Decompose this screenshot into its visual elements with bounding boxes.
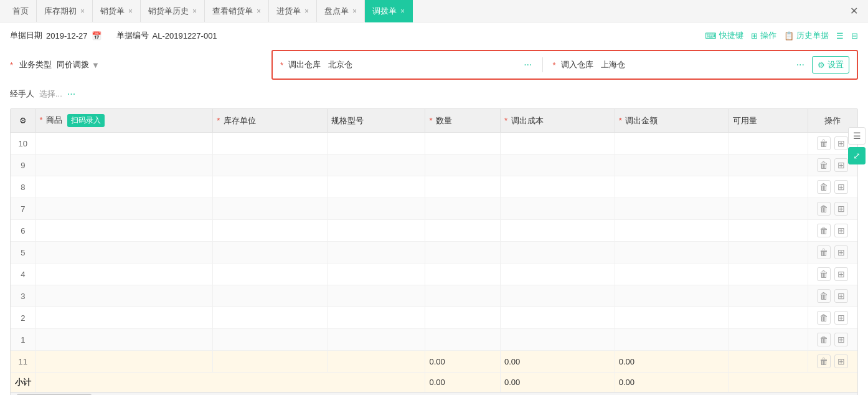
- row-7-copy-btn[interactable]: ⊞: [834, 202, 848, 216]
- row-9-cost[interactable]: [501, 155, 615, 176]
- in-warehouse-more-btn[interactable]: ···: [796, 59, 804, 70]
- row-6-amount[interactable]: [615, 220, 729, 242]
- row-5-product[interactable]: [35, 242, 213, 264]
- row-7-spec[interactable]: [327, 198, 425, 220]
- row-4-amount[interactable]: [615, 264, 729, 285]
- setting-btn[interactable]: ⚙ 设置: [812, 56, 849, 74]
- row-9-amount[interactable]: [615, 155, 729, 176]
- row-2-copy-btn[interactable]: ⊞: [834, 311, 848, 325]
- row-8-unit[interactable]: [213, 176, 328, 198]
- row-8-available[interactable]: [729, 176, 808, 198]
- row-5-delete-btn[interactable]: 🗑: [817, 245, 831, 259]
- row-10-spec[interactable]: [327, 133, 425, 155]
- row-3-product[interactable]: [35, 285, 213, 307]
- row-1-amount[interactable]: [615, 329, 729, 351]
- row-5-qty[interactable]: [425, 242, 501, 264]
- row-8-qty[interactable]: [425, 176, 501, 198]
- row-4-cost[interactable]: [501, 264, 615, 285]
- tab-sales-history[interactable]: 销货单历史 ×: [141, 0, 205, 22]
- close-tab-inventory-init[interactable]: ×: [80, 7, 85, 15]
- row-2-amount[interactable]: [615, 307, 729, 329]
- operator-select[interactable]: 选择...: [39, 88, 62, 100]
- row-10-cost[interactable]: [501, 133, 615, 155]
- row-2-product[interactable]: [35, 307, 213, 329]
- row-7-product[interactable]: [35, 198, 213, 220]
- row-7-unit[interactable]: [213, 198, 328, 220]
- close-all-tabs[interactable]: ✕: [844, 2, 863, 21]
- row-1-unit[interactable]: [213, 329, 328, 351]
- out-warehouse-more-btn[interactable]: ···: [524, 59, 532, 70]
- row-5-cost[interactable]: [501, 242, 615, 264]
- row-2-unit[interactable]: [213, 307, 328, 329]
- row-7-cost[interactable]: [501, 198, 615, 220]
- row-1-spec[interactable]: [327, 329, 425, 351]
- row-9-qty[interactable]: [425, 155, 501, 176]
- row-3-unit[interactable]: [213, 285, 328, 307]
- row-8-spec[interactable]: [327, 176, 425, 198]
- close-tab-purchase-order[interactable]: ×: [304, 7, 309, 15]
- history-btn[interactable]: 📋 历史单据: [784, 30, 829, 41]
- scan-input-btn[interactable]: 扫码录入: [67, 114, 105, 127]
- subtotal-copy-btn[interactable]: ⊞: [834, 355, 848, 368]
- row-2-cost[interactable]: [501, 307, 615, 329]
- close-tab-transfer[interactable]: ×: [400, 7, 405, 15]
- in-warehouse-value[interactable]: 上海仓: [601, 59, 625, 70]
- row-8-delete-btn[interactable]: 🗑: [817, 180, 831, 194]
- shortcut-btn[interactable]: ⌨ 快捷键: [705, 30, 743, 41]
- row-4-copy-btn[interactable]: ⊞: [834, 267, 848, 281]
- row-1-available[interactable]: [729, 329, 808, 351]
- tab-purchase-order[interactable]: 进货单 ×: [269, 0, 317, 22]
- gear-settings-icon[interactable]: ⚙: [19, 116, 27, 125]
- th-gear[interactable]: ⚙: [11, 109, 35, 133]
- row-7-delete-btn[interactable]: 🗑: [817, 202, 831, 216]
- close-tab-sales-order[interactable]: ×: [128, 7, 133, 15]
- row-4-delete-btn[interactable]: 🗑: [817, 267, 831, 281]
- row-9-product[interactable]: [35, 155, 213, 176]
- row-1-cost[interactable]: [501, 329, 615, 351]
- row-1-qty[interactable]: [425, 329, 501, 351]
- row-2-qty[interactable]: [425, 307, 501, 329]
- row-3-cost[interactable]: [501, 285, 615, 307]
- row-10-amount[interactable]: [615, 133, 729, 155]
- row-6-qty[interactable]: [425, 220, 501, 242]
- row-10-delete-btn[interactable]: 🗑: [817, 136, 831, 150]
- row-8-copy-btn[interactable]: ⊞: [834, 180, 848, 194]
- row-3-amount[interactable]: [615, 285, 729, 307]
- row-4-qty[interactable]: [425, 264, 501, 285]
- row-5-copy-btn[interactable]: ⊞: [834, 245, 848, 259]
- row-6-available[interactable]: [729, 220, 808, 242]
- row-6-copy-btn[interactable]: ⊞: [834, 224, 848, 237]
- row-4-spec[interactable]: [327, 264, 425, 285]
- row-7-qty[interactable]: [425, 198, 501, 220]
- row-3-copy-btn[interactable]: ⊞: [834, 289, 848, 303]
- tab-view-sales[interactable]: 查看销货单 ×: [205, 0, 269, 22]
- grid-toggle-btn[interactable]: ⊟: [851, 31, 858, 40]
- operator-more-btn[interactable]: ···: [67, 88, 75, 100]
- row-9-spec[interactable]: [327, 155, 425, 176]
- tab-transfer[interactable]: 调拨单 ×: [365, 0, 413, 22]
- row-2-spec[interactable]: [327, 307, 425, 329]
- row-2-delete-btn[interactable]: 🗑: [817, 311, 831, 325]
- row-6-cost[interactable]: [501, 220, 615, 242]
- row-7-available[interactable]: [729, 198, 808, 220]
- tab-stocktake[interactable]: 盘点单 ×: [317, 0, 365, 22]
- row-7-amount[interactable]: [615, 198, 729, 220]
- business-type-field[interactable]: 同价调拨 ▼: [57, 59, 271, 70]
- layout-toggle-btn[interactable]: ☰: [836, 31, 844, 40]
- date-value[interactable]: 2019-12-27: [46, 31, 88, 40]
- row-8-amount[interactable]: [615, 176, 729, 198]
- row-2-available[interactable]: [729, 307, 808, 329]
- row-4-product[interactable]: [35, 264, 213, 285]
- row-3-available[interactable]: [729, 285, 808, 307]
- row-5-spec[interactable]: [327, 242, 425, 264]
- row-10-qty[interactable]: [425, 133, 501, 155]
- business-type-dropdown-icon[interactable]: ▼: [92, 60, 100, 70]
- row-5-available[interactable]: [729, 242, 808, 264]
- row-3-spec[interactable]: [327, 285, 425, 307]
- row-10-product[interactable]: [35, 133, 213, 155]
- row-1-product[interactable]: [35, 329, 213, 351]
- close-tab-view-sales[interactable]: ×: [257, 7, 261, 15]
- row-6-delete-btn[interactable]: 🗑: [817, 224, 831, 237]
- row-10-available[interactable]: [729, 133, 808, 155]
- row-10-unit[interactable]: [213, 133, 328, 155]
